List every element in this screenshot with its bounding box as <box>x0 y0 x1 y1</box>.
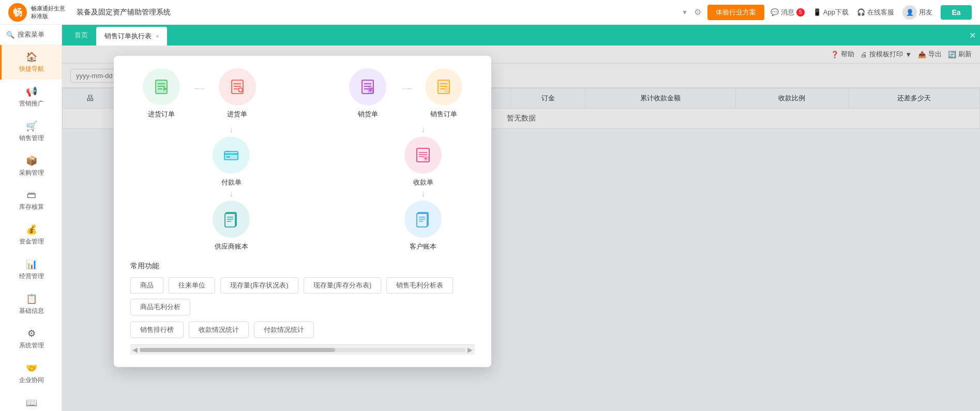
purchase-order-node: 进货订单 <box>130 68 192 119</box>
message-icon: 💬 <box>771 8 779 16</box>
receipt-node: ¥ 收款单 <box>392 136 454 187</box>
flow-down-arrows-row <box>130 119 475 123</box>
operation-icon: 📊 <box>26 258 37 270</box>
phone-icon: 📱 <box>813 8 821 16</box>
func-btn-sales-rank[interactable]: 销售排行榜 <box>130 322 184 338</box>
func-btn-receipt-stats[interactable]: 收款情况统计 <box>189 322 249 338</box>
svg-rect-23 <box>445 87 449 92</box>
down-arrow-payment: ↓ <box>229 189 233 199</box>
sales-bill-node: 销货单 <box>337 68 399 119</box>
message-button[interactable]: 💬 消息 5 <box>771 8 805 17</box>
purchase-bill-node: 进货单 <box>206 68 268 119</box>
search-icon: 🔍 <box>6 31 14 39</box>
sales-bill-label: 销货单 <box>358 110 378 119</box>
sales-bill-icon <box>349 68 386 105</box>
svg-rect-16 <box>368 87 373 93</box>
scroll-left-button[interactable]: ◀ <box>132 346 138 354</box>
func-btn-product[interactable]: 商品 <box>130 277 163 294</box>
customer-ledger-label: 客户账本 <box>410 242 436 251</box>
flow-diagram: 进货订单 - - - → <box>130 68 475 251</box>
avatar: 👤 <box>902 5 917 20</box>
flow-row-1: 进货订单 - - - → <box>130 68 475 119</box>
sidebar-item-inventory[interactable]: 🗃 库存核算 <box>0 184 62 218</box>
common-functions-title: 常用功能 <box>130 262 475 271</box>
scroll-track[interactable] <box>140 348 465 352</box>
svg-rect-26 <box>226 156 230 158</box>
logo-icon: 畅 <box>8 3 27 22</box>
arrow-right-1: - - - → <box>194 84 204 103</box>
trial-button[interactable]: 体验行业方案 <box>707 5 764 20</box>
ea-badge[interactable]: Ea <box>941 5 972 20</box>
arrow-left-1: ← - - - <box>401 84 411 103</box>
receipt-label: 收款单 <box>413 178 433 187</box>
sidebar-item-basic-info[interactable]: 📋 基础信息 <box>0 287 62 322</box>
dropdown-icon[interactable]: ▼ <box>682 9 688 16</box>
sidebar-item-operation[interactable]: 📊 经营管理 <box>0 252 62 287</box>
sales-bill-col: ↓ ¥ <box>392 123 454 251</box>
func-btn-stock-dist[interactable]: 现存量(库存分布表) <box>304 277 382 294</box>
purchase-bill-icon <box>219 68 256 105</box>
sales-order-node: 销售订单 <box>413 68 475 119</box>
func-btn-counterpart[interactable]: 往来单位 <box>169 277 215 294</box>
scroll-right-button[interactable]: ▶ <box>468 346 473 354</box>
sidebar-item-finance[interactable]: 💰 资金管理 <box>0 218 62 252</box>
system-title: 装备及固定资产辅助管理系统 <box>77 8 675 17</box>
sidebar-item-marketing[interactable]: 📢 营销推广 <box>0 80 62 114</box>
inventory-icon: 🗃 <box>27 190 36 201</box>
top-bar: 畅 畅康通好生意 标准版 装备及固定资产辅助管理系统 ▼ ⚙ 体验行业方案 💬 … <box>0 0 980 25</box>
sidebar-item-sales[interactable]: 🛒 销售管理 <box>0 114 62 149</box>
user-menu[interactable]: 👤 用友 <box>902 5 932 20</box>
sidebar-item-newbie[interactable]: 📖 新手引导 <box>0 391 62 411</box>
down-arrow-purchase: ↓ <box>229 125 233 134</box>
close-all-tabs-button[interactable]: ✕ <box>969 31 976 40</box>
supplier-ledger-label: 供应商账本 <box>215 242 248 251</box>
top-right-actions: 💬 消息 5 📱 App下载 🎧 在线客服 👤 用友 Ea <box>771 5 972 20</box>
customer-ledger-node: 客户账本 <box>392 201 454 251</box>
receipt-icon: ¥ <box>404 136 442 174</box>
tab-home[interactable]: 首页 <box>66 25 96 45</box>
svg-rect-40 <box>417 214 427 227</box>
func-btn-product-gross[interactable]: 商品毛利分析 <box>130 299 190 315</box>
tab-sales-order[interactable]: 销售订单执行表 × <box>96 27 167 45</box>
payment-node: ¥ 付款单 <box>200 136 262 187</box>
customer-ledger-icon <box>404 201 442 238</box>
online-service-button[interactable]: 🎧 在线客服 <box>857 8 894 17</box>
sidebar-item-enterprise[interactable]: 🤝 企业协同 <box>0 356 62 391</box>
finance-icon: 💰 <box>26 224 37 235</box>
down-arrow-receipt: ↓ <box>421 189 425 199</box>
headset-icon: 🎧 <box>857 8 865 16</box>
app-download-button[interactable]: 📱 App下载 <box>813 8 849 17</box>
svg-rect-0 <box>156 80 167 94</box>
payment-label: 付款单 <box>221 178 242 187</box>
home-icon: 🏠 <box>26 51 37 63</box>
func-btn-sales-gross[interactable]: 销售毛利分析表 <box>386 277 453 294</box>
svg-rect-29 <box>225 214 235 227</box>
scroll-thumb[interactable] <box>140 348 335 352</box>
system-icon: ⚙ <box>27 328 36 339</box>
svg-rect-24 <box>224 151 238 160</box>
basic-info-icon: 📋 <box>26 293 37 305</box>
settings-gear-icon[interactable]: ⚙ <box>694 7 701 17</box>
func-buttons-row-2: 销售排行榜 收款情况统计 付款情况统计 <box>130 322 475 338</box>
logo-text: 畅康通好生意 标准版 <box>31 5 65 20</box>
func-btn-payment-stats[interactable]: 付款情况统计 <box>254 322 314 338</box>
main-layout: 🔍 搜索菜单 🏠 快捷导航 📢 营销推广 🛒 销售管理 📦 采购管理 🗃 库存核… <box>0 25 980 411</box>
newbie-icon: 📖 <box>26 397 37 408</box>
svg-text:¥: ¥ <box>424 156 427 161</box>
search-menu-button[interactable]: 🔍 搜索菜单 <box>0 25 62 45</box>
flow-row-2: ↓ ¥ 付款单 <box>130 123 475 251</box>
payment-icon: ¥ <box>213 136 250 174</box>
down-arrow-sales-bill: ↓ <box>421 125 425 134</box>
message-badge: 5 <box>796 8 805 17</box>
sales-icon: 🛒 <box>26 120 37 132</box>
sidebar-item-quick-nav[interactable]: 🏠 快捷导航 <box>0 45 62 80</box>
sidebar-item-purchase[interactable]: 📦 采购管理 <box>0 149 62 184</box>
func-btn-stock-status[interactable]: 现存量(库存状况表) <box>220 277 298 294</box>
supplier-ledger-node: 供应商账本 <box>200 201 262 251</box>
sidebar-item-system[interactable]: ⚙ 系统管理 <box>0 322 62 356</box>
close-tab-icon[interactable]: × <box>156 33 159 39</box>
flow-modal: 进货订单 - - - → <box>114 56 491 367</box>
enterprise-icon: 🤝 <box>26 362 37 374</box>
nav-tabs: 首页 销售订单执行表 × ✕ <box>62 25 980 45</box>
logo-area: 畅 畅康通好生意 标准版 <box>8 3 70 22</box>
